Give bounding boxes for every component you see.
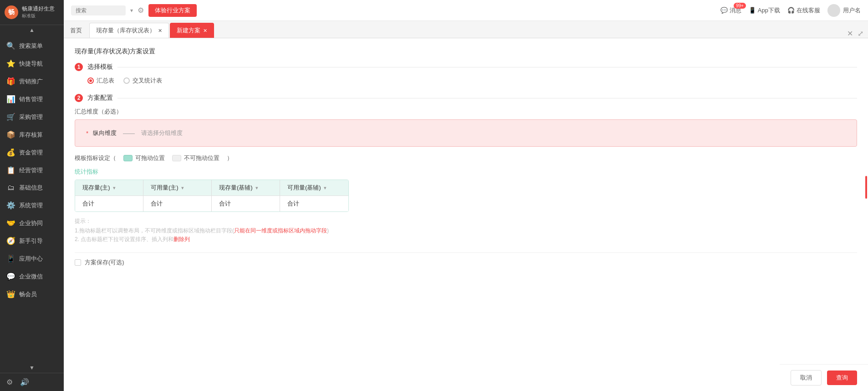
- app-logo-icon: 畅: [5, 5, 18, 19]
- sidebar-scroll-up[interactable]: ▲: [0, 25, 64, 35]
- system-icon: ⚙️: [6, 201, 15, 210]
- save-checkbox[interactable]: [75, 259, 81, 266]
- tip-item-1: 1.拖动标题栏可以调整布局，不可跨维度或指标区域拖动栏目字段(只能在同一维度或指…: [75, 227, 857, 235]
- radio-summary-circle: [87, 77, 94, 84]
- app-download-label: App下载: [758, 6, 780, 15]
- topbar-right: 💬 消息 99+ 📱 App下载 🎧 在线客服 用户名: [720, 4, 861, 17]
- tips-title: 提示：: [75, 217, 857, 225]
- step2-divider: [117, 98, 857, 98]
- step2-header: 2 方案配置: [75, 94, 857, 102]
- app-download-button[interactable]: 📱 App下载: [749, 6, 780, 15]
- save-checkbox-row: 方案保存(可选): [75, 252, 857, 272]
- stats-header-col2[interactable]: 可用量(主)▾: [143, 180, 212, 196]
- sidebar-scroll-down[interactable]: ▼: [0, 363, 64, 373]
- sidebar-item-label: 企业协同: [19, 219, 43, 227]
- tip-highlight-1: 只能在同一维度或指标区域内拖动字段: [234, 227, 327, 234]
- dimension-dash: ——: [123, 130, 135, 137]
- topbar-chevron-icon[interactable]: ▾: [130, 7, 133, 14]
- stats-header-col1[interactable]: 现存量(主)▾: [75, 180, 143, 196]
- stats-table: 现存量(主)▾可用量(主)▾现存量(基辅)▾可用量(基辅)▾ 合计合计合计合计: [75, 180, 349, 212]
- radio-cross[interactable]: 交叉统计表: [123, 77, 162, 85]
- finance-icon: 💰: [6, 148, 15, 157]
- trial-button[interactable]: 体验行业方案: [148, 4, 197, 17]
- sidebar-footer: ⚙ 🔊: [0, 373, 64, 391]
- basic-info-icon: 🗂: [6, 184, 15, 192]
- tab-home[interactable]: 首页: [64, 23, 88, 38]
- sidebar-item-label: 营销推广: [19, 77, 43, 86]
- sidebar-item-label: 采购管理: [19, 113, 43, 121]
- tab-inventory-close-icon[interactable]: ✕: [158, 28, 162, 34]
- stats-data-row: 合计合计合计合计: [75, 196, 348, 211]
- sidebar-item-quick-nav[interactable]: ⭐快捷导航: [0, 55, 64, 72]
- sidebar-item-basic-info[interactable]: 🗂基础信息: [0, 179, 64, 196]
- tip-item-2: 2. 点击标题栏下拉可设置排序、插入列和删除列: [75, 236, 857, 243]
- volume-icon[interactable]: 🔊: [20, 378, 29, 386]
- main-area: ▾ ⚙ 体验行业方案 💬 消息 99+ 📱 App下载 🎧 在线客服 用户名: [64, 0, 868, 391]
- enterprise-icon: 🤝: [6, 219, 15, 227]
- membership-icon: 👑: [6, 290, 15, 298]
- new-guide-icon: 🧭: [6, 237, 15, 245]
- save-checkbox-label: 方案保存(可选): [85, 258, 124, 267]
- step2-label: 方案配置: [87, 94, 113, 102]
- online-service-label: 在线客服: [797, 6, 820, 15]
- messages-button[interactable]: 💬 消息 99+: [720, 6, 741, 15]
- avatar: [827, 4, 840, 17]
- tab-home-label: 首页: [70, 26, 82, 35]
- template-indicator: 模板指标设定（ 可拖动位置 不可拖动位置 ）: [75, 154, 857, 162]
- tabs-bar: 首页 现存量（库存状况表） ✕ 新建方案 ✕ ✕ ⤢: [64, 21, 868, 38]
- query-button[interactable]: 查询: [827, 370, 857, 385]
- expand-panel-icon[interactable]: ⤢: [858, 29, 863, 38]
- template-radio-group: 汇总表 交叉统计表: [87, 77, 857, 85]
- scroll-indicator: [865, 176, 867, 199]
- sidebar-item-label: 经营管理: [19, 166, 43, 175]
- inventory-icon: 📦: [6, 130, 15, 139]
- sidebar-item-inventory[interactable]: 📦库存核算: [0, 126, 64, 144]
- sidebar-item-marketing[interactable]: 🎁营销推广: [0, 72, 64, 90]
- sidebar-item-app-center[interactable]: 📱应用中心: [0, 250, 64, 268]
- close-panel-icon[interactable]: ✕: [847, 29, 853, 38]
- radio-summary[interactable]: 汇总表: [87, 77, 114, 85]
- headset-icon: 🎧: [787, 7, 795, 14]
- sidebar-item-operations[interactable]: 📋经营管理: [0, 161, 64, 179]
- dimension-required-mark: *: [86, 130, 88, 137]
- search-input[interactable]: [71, 5, 126, 15]
- topbar-left: ▾ ⚙ 体验行业方案: [71, 4, 197, 17]
- sidebar-item-finance[interactable]: 💰资金管理: [0, 144, 64, 161]
- topbar: ▾ ⚙ 体验行业方案 💬 消息 99+ 📱 App下载 🎧 在线客服 用户名: [64, 0, 868, 21]
- tab-new-plan[interactable]: 新建方案 ✕: [170, 23, 214, 38]
- draggable-indicator: 可拖动位置: [123, 154, 165, 162]
- app-download-icon: 📱: [749, 7, 756, 14]
- footer-spacer: [75, 272, 857, 299]
- step2-number: 2: [75, 94, 83, 102]
- topbar-gear-icon[interactable]: ⚙: [138, 6, 144, 15]
- stats-header-col3[interactable]: 现存量(基辅)▾: [212, 180, 280, 196]
- wechat-icon: 💬: [6, 272, 15, 281]
- sidebar-item-search-menu[interactable]: 🔍搜索菜单: [0, 37, 64, 55]
- radio-cross-label: 交叉统计表: [133, 77, 162, 85]
- content-area: 现存量(库存状况表)方案设置 1 选择模板 汇总表 交叉统计表: [64, 38, 868, 391]
- stats-header-col4[interactable]: 可用量(基辅)▾: [280, 180, 348, 196]
- template-indicator-suffix: ）: [227, 154, 233, 162]
- tip-highlight-2: 删除列: [174, 236, 190, 242]
- sidebar-item-label: 应用中心: [19, 255, 43, 263]
- sidebar-item-membership[interactable]: 👑畅会员: [0, 285, 64, 303]
- sales-icon: 📊: [6, 95, 15, 103]
- sidebar-item-new-guide[interactable]: 🧭新手引导: [0, 232, 64, 250]
- stats-data-col1: 合计: [75, 196, 143, 211]
- sidebar-item-sales[interactable]: 📊销售管理: [0, 90, 64, 108]
- stats-data-col4: 合计: [280, 196, 348, 211]
- cancel-button[interactable]: 取消: [791, 370, 822, 386]
- sidebar-item-purchase[interactable]: 🛒采购管理: [0, 108, 64, 126]
- settings-icon[interactable]: ⚙: [6, 378, 13, 386]
- radio-summary-label: 汇总表: [97, 77, 114, 85]
- tab-new-plan-close-icon[interactable]: ✕: [203, 28, 207, 34]
- online-service-button[interactable]: 🎧 在线客服: [787, 6, 820, 15]
- user-menu[interactable]: 用户名: [827, 4, 861, 17]
- dimension-placeholder[interactable]: 请选择分组维度: [141, 129, 183, 137]
- sidebar-item-wechat[interactable]: 💬企业微信: [0, 268, 64, 285]
- step1-section: 1 选择模板 汇总表 交叉统计表: [75, 63, 857, 85]
- sidebar-item-system[interactable]: ⚙️系统管理: [0, 196, 64, 214]
- sidebar-item-enterprise[interactable]: 🤝企业协同: [0, 214, 64, 232]
- tab-inventory-status[interactable]: 现存量（库存状况表） ✕: [89, 23, 169, 38]
- messages-badge: 99+: [734, 3, 746, 9]
